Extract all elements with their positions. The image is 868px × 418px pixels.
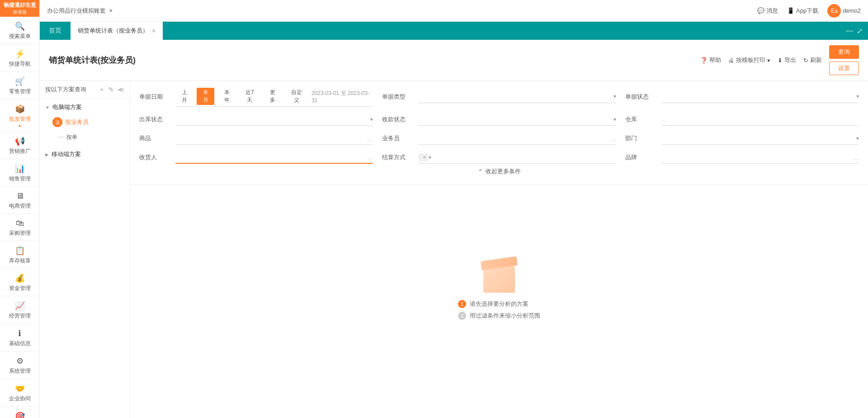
user-avatar-area[interactable]: Ea demo2 [827, 4, 861, 18]
print-chevron-icon: ▾ [767, 57, 770, 64]
sidebar-item-basic[interactable]: ℹ 基础信息 [0, 324, 39, 352]
tab-home[interactable]: 首页 [40, 22, 71, 40]
retail-icon: 🛒 [15, 76, 25, 86]
tab-minimize-button[interactable]: — [846, 27, 853, 35]
basic-icon: ℹ [18, 328, 21, 338]
settings-button[interactable]: 设置 [829, 62, 859, 75]
dept-field[interactable]: ▾ [661, 132, 859, 145]
print-icon: 🖨 [728, 57, 734, 64]
filter-area: 单据日期 上月 本月 本年 近7天 更多 自定义 2023-03-01 至 20… [130, 81, 868, 418]
product-more-icon[interactable]: ... [367, 134, 373, 142]
sidebar-item-finance[interactable]: 💰 资金管理 [0, 269, 39, 296]
tab-close-icon[interactable]: × [152, 27, 156, 34]
scheme-collapse-icon[interactable]: ≪ [118, 86, 124, 93]
refresh-button[interactable]: ↻ 刷新 [803, 56, 822, 64]
payment-status-field[interactable]: ▾ [418, 113, 616, 126]
sidebar-item-retail[interactable]: 🛒 零售管理 [0, 72, 39, 100]
help-button[interactable]: ❓ 帮助 [700, 56, 721, 64]
scheme-add-icon[interactable]: ＋ [99, 86, 105, 94]
warehouse-label: 仓库 [625, 115, 661, 124]
scheme-group-mobile: ▶ 移动端方案 [40, 146, 130, 163]
salesperson-more-icon[interactable]: ... [610, 134, 616, 142]
system-icon: ⚙ [16, 356, 24, 366]
sidebar-item-collab[interactable]: 🤝 企业协同 [0, 379, 39, 407]
app-download-label: App下载 [796, 7, 818, 15]
help-label: 帮助 [709, 56, 721, 64]
scheme-edit-icon[interactable]: ✎ [108, 86, 114, 93]
sidebar-item-operation[interactable]: 📈 经营管理 [0, 296, 39, 324]
scheme-item-by-salesperson[interactable]: 业 按业务员 [40, 114, 130, 130]
settlement-tag-close-icon[interactable]: × [423, 154, 426, 161]
query-button[interactable]: 查询 [829, 45, 859, 59]
message-button[interactable]: 💬 消息 [757, 7, 778, 15]
scheme-group-desktop-header[interactable]: ▼ 电脑端方案 [40, 100, 130, 114]
sidebar-item-sales[interactable]: 📊 销售管理 [0, 159, 39, 187]
date-btn-more[interactable]: 更多 [264, 88, 281, 105]
scheme-group-mobile-header[interactable]: ▶ 移动端方案 [40, 147, 130, 161]
sidebar-item-purchase[interactable]: 🛍 采购管理 [0, 214, 39, 241]
export-button[interactable]: ⬇ 导出 [778, 56, 796, 64]
sidebar-item-inventory[interactable]: 📋 库存核算 [0, 241, 39, 269]
sidebar-item-label: 企业协同 [9, 395, 31, 403]
query-actions: 查询 设置 [829, 45, 859, 75]
payment-status-label: 收款状态 [382, 115, 418, 124]
doc-type-field[interactable]: ▾ [418, 90, 616, 103]
triangle-right-icon: ▶ [45, 152, 49, 157]
top-header: 办公用品行业模拟账套 ▾ 💬 消息 📱 App下载 Ea demo2 [40, 0, 868, 22]
guide-icon: 🎯 [15, 411, 25, 418]
doc-status-chevron-icon: ▾ [856, 93, 859, 100]
doc-status-field[interactable]: ▾ [661, 90, 859, 103]
product-field[interactable]: ... [175, 132, 373, 145]
app-download-button[interactable]: 📱 App下载 [787, 7, 818, 15]
ecommerce-icon: 🖥 [16, 191, 24, 201]
hint-number-1: 1 [458, 300, 466, 308]
date-filter-row: 上月 本月 本年 近7天 更多 自定义 2023-03-01 至 2023-03… [175, 88, 373, 105]
settlement-chevron-icon: ▾ [429, 154, 431, 161]
settlement-field[interactable]: × ▾ [418, 151, 616, 164]
tab-active[interactable]: 销货单统计表（按业务员） × [71, 22, 163, 40]
brand-field[interactable]: ... [661, 151, 859, 164]
collapse-more-button[interactable]: ⌃ 收起更多条件 [139, 164, 859, 179]
app-icon: 📱 [787, 7, 794, 14]
breadcrumb: 办公用品行业模拟账套 ▾ [47, 7, 113, 15]
date-btn-last-month[interactable]: 上月 [175, 88, 193, 105]
tab-bar-right: — ⤢ [846, 27, 868, 35]
sidebar-item-shortcut[interactable]: ⚡ 快捷导航 [0, 44, 39, 72]
sidebar-item-label: 系统管理 [9, 367, 31, 375]
date-btn-custom[interactable]: 自定义 [285, 88, 308, 105]
brand-label: 品牌 [625, 153, 661, 162]
sidebar-item-search[interactable]: 🔍 搜索菜单 [0, 17, 39, 44]
collab-icon: 🤝 [15, 384, 25, 394]
consignee-more-icon[interactable]: ... [367, 153, 373, 161]
sidebar-item-wholesale[interactable]: 📦 批发管理 ▲ [0, 100, 39, 132]
sidebar-item-guide[interactable]: 🎯 新手引导 [0, 407, 39, 418]
scheme-group-mobile-label: 移动端方案 [52, 150, 81, 158]
sidebar-item-label: 电商管理 [9, 202, 31, 210]
scheme-panel-title: 按以下方案查询 [45, 86, 86, 94]
print-template-button[interactable]: 🖨 按模板打印 ▾ [728, 56, 770, 64]
stock-status-field[interactable]: ▾ [175, 113, 373, 126]
product-label: 商品 [139, 134, 175, 142]
brand-more-icon[interactable]: ... [853, 153, 859, 162]
salesperson-field[interactable]: ... [418, 132, 616, 145]
filter-section: 单据日期 上月 本月 本年 近7天 更多 自定义 2023-03-01 至 20… [130, 81, 868, 185]
date-btn-this-year[interactable]: 本年 [218, 88, 236, 105]
date-btn-this-month[interactable]: 本月 [197, 88, 214, 105]
warehouse-field[interactable]: ... [661, 113, 859, 126]
page-header-actions: ❓ 帮助 🖨 按模板打印 ▾ ⬇ 导出 ↻ 刷新 查询 [700, 45, 859, 81]
wholesale-icon: 📦 [15, 104, 25, 114]
sidebar-item-marketing[interactable]: 📢 营销推广 [0, 132, 39, 159]
sidebar-item-ecommerce[interactable]: 🖥 电商管理 [0, 187, 39, 214]
scheme-group-desktop-label: 电脑端方案 [52, 103, 82, 111]
consignee-field[interactable]: ... [175, 151, 373, 164]
message-label: 消息 [766, 7, 778, 15]
scheme-sub-item-by-order[interactable]: ··· 按单 [40, 130, 130, 144]
doc-type-label: 单据类型 [382, 93, 418, 101]
salesperson-scheme-icon: 业 [52, 117, 62, 127]
sidebar-item-label: 库存核算 [9, 257, 31, 265]
tab-maximize-button[interactable]: ⤢ [857, 27, 863, 35]
date-btn-7days[interactable]: 近7天 [239, 88, 260, 105]
sidebar-item-system[interactable]: ⚙ 系统管理 [0, 352, 39, 379]
sidebar: 畅捷通好生意 标准版 🔍 搜索菜单 ⚡ 快捷导航 🛒 零售管理 📦 批发管理 ▲… [0, 0, 40, 418]
avatar: Ea [827, 4, 841, 18]
